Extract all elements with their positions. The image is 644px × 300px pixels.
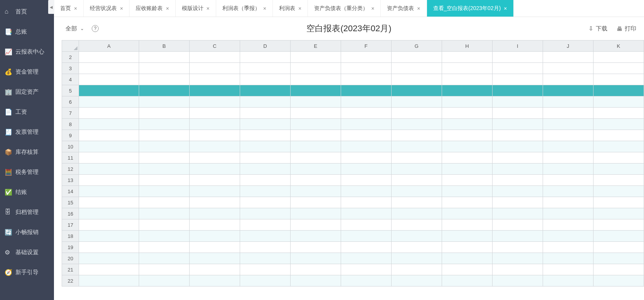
cell-A19[interactable] [79,242,139,253]
cell-H5[interactable] [442,85,492,96]
cell-J4[interactable] [543,74,593,85]
cell-I21[interactable] [492,264,543,275]
cell-B11[interactable] [139,152,189,163]
row-header-17[interactable]: 17 [62,219,79,231]
cell-J5[interactable] [543,85,593,96]
cell-E18[interactable] [290,231,341,242]
col-header-E[interactable]: E [290,40,341,52]
cell-B3[interactable] [139,63,189,74]
cell-A11[interactable] [79,152,139,163]
cell-D5[interactable] [240,85,290,96]
cell-A18[interactable] [79,231,139,242]
cell-D16[interactable] [240,208,290,219]
cell-B19[interactable] [139,242,189,253]
cell-C18[interactable] [189,231,240,242]
sidebar-item-6[interactable]: 🧾发票管理 [0,122,54,142]
cell-H11[interactable] [442,152,492,163]
sidebar-collapse-toggle[interactable]: ◀ [48,0,54,14]
cell-G14[interactable] [391,186,442,197]
cell-K12[interactable] [593,163,644,175]
cell-K21[interactable] [593,264,644,275]
cell-E21[interactable] [290,264,341,275]
cell-B20[interactable] [139,253,189,264]
cell-C10[interactable] [189,141,240,152]
cell-C14[interactable] [189,186,240,197]
cell-F19[interactable] [341,242,391,253]
tab-0[interactable]: 首页× [54,0,84,17]
cell-A17[interactable] [79,219,139,231]
tab-5[interactable]: 利润表× [273,0,308,17]
cell-C16[interactable] [189,208,240,219]
col-header-G[interactable]: G [391,40,442,52]
row-header-4[interactable]: 4 [62,74,79,85]
cell-G21[interactable] [391,264,442,275]
cell-C17[interactable] [189,219,240,231]
cell-F7[interactable] [341,108,391,119]
cell-E8[interactable] [290,119,341,130]
cell-I15[interactable] [492,197,543,208]
close-icon[interactable]: × [371,6,374,11]
tab-3[interactable]: 模版设计× [176,0,216,17]
cell-E12[interactable] [290,163,341,175]
cell-I12[interactable] [492,163,543,175]
cell-A3[interactable] [79,63,139,74]
cell-E6[interactable] [290,96,341,108]
cell-B12[interactable] [139,163,189,175]
cell-B5[interactable] [139,85,189,96]
cell-K8[interactable] [593,119,644,130]
cell-A21[interactable] [79,264,139,275]
cell-C22[interactable] [189,275,240,287]
row-header-2[interactable]: 2 [62,52,79,63]
cell-K5[interactable] [593,85,644,96]
sidebar-item-12[interactable]: ⚙基础设置 [0,242,54,262]
cell-K2[interactable] [593,52,644,63]
cell-J6[interactable] [543,96,593,108]
cell-C2[interactable] [189,52,240,63]
cell-G13[interactable] [391,175,442,186]
cell-I4[interactable] [492,74,543,85]
cell-C9[interactable] [189,130,240,141]
cell-A10[interactable] [79,141,139,152]
cell-H13[interactable] [442,175,492,186]
cell-F10[interactable] [341,141,391,152]
cell-J19[interactable] [543,242,593,253]
cell-C12[interactable] [189,163,240,175]
cell-C5[interactable] [189,85,240,96]
sidebar-item-11[interactable]: 🔄小畅报销 [0,222,54,242]
cell-G18[interactable] [391,231,442,242]
cell-C4[interactable] [189,74,240,85]
tab-1[interactable]: 经营状况表× [84,0,129,17]
row-header-5[interactable]: 5 [62,85,79,96]
cell-J2[interactable] [543,52,593,63]
cell-D6[interactable] [240,96,290,108]
sidebar-item-13[interactable]: 🧭新手引导 [0,262,54,282]
close-icon[interactable]: × [417,6,420,11]
close-icon[interactable]: × [166,6,169,11]
cell-F22[interactable] [341,275,391,287]
cell-G9[interactable] [391,130,442,141]
cell-B16[interactable] [139,208,189,219]
cell-G20[interactable] [391,253,442,264]
cell-K11[interactable] [593,152,644,163]
cell-A12[interactable] [79,163,139,175]
cell-D11[interactable] [240,152,290,163]
cell-D2[interactable] [240,52,290,63]
col-header-I[interactable]: I [492,40,543,52]
tab-6[interactable]: 资产负债表（重分类）× [308,0,381,17]
cell-J15[interactable] [543,197,593,208]
cell-C13[interactable] [189,175,240,186]
cell-E16[interactable] [290,208,341,219]
download-button[interactable]: ⇩ 下载 [589,25,607,32]
row-header-14[interactable]: 14 [62,186,79,197]
cell-E13[interactable] [290,175,341,186]
spreadsheet[interactable]: ABCDEFGHIJK23456789101112131415161718192… [62,40,644,287]
cell-A15[interactable] [79,197,139,208]
cell-C19[interactable] [189,242,240,253]
row-header-11[interactable]: 11 [62,152,79,163]
cell-I9[interactable] [492,130,543,141]
cell-G2[interactable] [391,52,442,63]
cell-D3[interactable] [240,63,290,74]
row-header-6[interactable]: 6 [62,96,79,108]
row-header-8[interactable]: 8 [62,119,79,130]
cell-H20[interactable] [442,253,492,264]
